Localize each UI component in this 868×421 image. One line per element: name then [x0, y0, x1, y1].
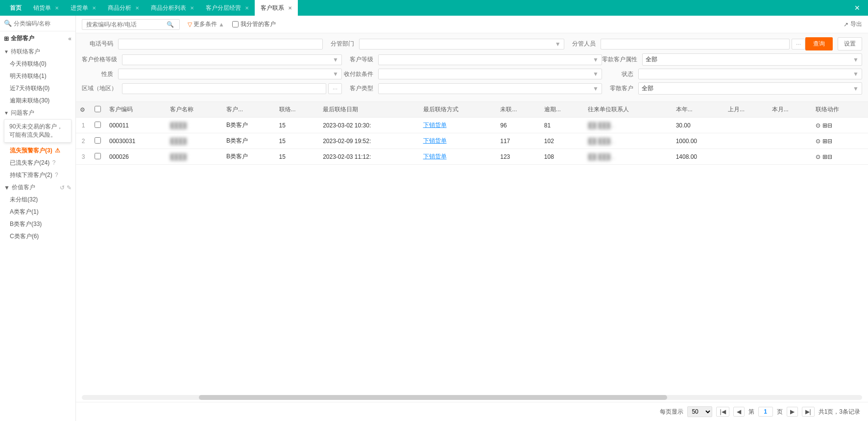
warning-icon: ⚠: [55, 147, 60, 154]
row-last-contact-way-link[interactable]: 下销货单: [423, 122, 447, 128]
refresh-icon[interactable]: ↺: [60, 184, 65, 191]
select-all-checkbox[interactable]: [95, 106, 101, 112]
row-name: ████: [166, 149, 222, 165]
sidebar-item-overdue[interactable]: 逾期未联络(30): [0, 95, 75, 107]
sidebar-item-churned[interactable]: 已流失客户(24) ?: [0, 157, 75, 169]
filter-icon: ▽: [188, 21, 192, 28]
row-checkbox[interactable]: [91, 149, 105, 165]
info-icon2: ?: [55, 172, 58, 178]
row-last-month: [724, 133, 768, 149]
row-last-contact-way[interactable]: 下销货单: [419, 118, 497, 133]
row-this-year: 30.00: [672, 118, 724, 133]
th-this-month: 本月...: [768, 102, 812, 118]
close-purchase-icon[interactable]: ✕: [92, 5, 96, 11]
sidebar-item-tomorrow[interactable]: 明天待联络(1): [0, 70, 75, 82]
tab-goods-analysis-list[interactable]: 商品分析列表 ✕: [145, 0, 200, 16]
phone-input[interactable]: [118, 39, 323, 50]
row-last-contact-way[interactable]: 下销货单: [419, 149, 497, 165]
problem-customers-section[interactable]: ▼ 问题客户: [0, 107, 75, 119]
setting-button[interactable]: 设置: [838, 37, 862, 50]
export-btn[interactable]: ↗ 导出: [844, 20, 862, 28]
manager-dots-btn[interactable]: ···: [792, 39, 805, 50]
page-number-input[interactable]: [758, 407, 773, 417]
close-customer-tier-icon[interactable]: ✕: [245, 5, 249, 11]
row-last-contact-way[interactable]: 下销货单: [419, 133, 497, 149]
row-checkbox-input[interactable]: [95, 137, 101, 144]
row-type: B类客户: [222, 149, 275, 165]
grid-icon: ⊞: [4, 35, 9, 42]
tab-sales[interactable]: 销货单 ✕: [27, 0, 65, 16]
sidebar-item-class-c[interactable]: C类客户(6): [0, 230, 75, 243]
filter-row-3: 性质 ▼ 收付款条件 ▼ 状态: [82, 69, 862, 79]
row-checkbox-input[interactable]: [95, 153, 101, 159]
table-body: 1000011████B类客户152023-03-02 10:30:下销货单96…: [76, 118, 868, 165]
zero-customer-select[interactable]: 全部 ▼: [638, 82, 862, 95]
tab-goods-analysis[interactable]: 商品分析 ✕: [102, 0, 145, 16]
filter-search-icon[interactable]: 🔍: [167, 21, 174, 28]
field-zero-customer: 零散客户 全部 ▼: [602, 82, 862, 95]
row-action[interactable]: ⊙ ⊞⊟: [812, 133, 868, 149]
sidebar-item-class-a[interactable]: A类客户(1): [0, 206, 75, 218]
close-goods-analysis-list-icon[interactable]: ✕: [190, 5, 194, 11]
per-page-select[interactable]: 50 100: [687, 406, 712, 417]
edit-icon[interactable]: ✎: [67, 184, 72, 191]
horizontal-scrollbar[interactable]: [82, 395, 862, 400]
tab-customer-contact[interactable]: 客户联系 ✕: [255, 0, 298, 16]
table-area: ⚙ 客户编码 客户名称 客户...: [76, 102, 868, 393]
nature-select[interactable]: ▼: [118, 69, 342, 79]
pending-contact-section[interactable]: ▼ 待联络客户: [0, 46, 75, 58]
value-customers-section[interactable]: ▼ 价值客户 ↺ ✎: [0, 181, 75, 194]
sidebar: 🔍 ⊞ 全部客户 « ▼ 待联络客户 今天待联络(0) 明天待联络(1) 近7天…: [0, 16, 76, 421]
next-page-btn[interactable]: ▶: [787, 407, 798, 417]
status-select[interactable]: ▼: [638, 69, 862, 79]
prev-page-btn[interactable]: ◀: [733, 407, 745, 417]
th-settings[interactable]: ⚙: [76, 102, 91, 118]
tab-home[interactable]: 首页: [4, 0, 27, 16]
close-goods-analysis-icon[interactable]: ✕: [135, 5, 139, 11]
row-last-contact-way-link[interactable]: 下销货单: [423, 153, 447, 160]
tab-customer-tier[interactable]: 客户分层经营 ✕: [200, 0, 255, 16]
row-checkbox[interactable]: [91, 133, 105, 149]
zero-attr-arrow-icon: ▼: [853, 56, 859, 63]
row-checkbox-input[interactable]: [95, 122, 101, 128]
query-button[interactable]: 查询: [805, 37, 833, 50]
close-sales-icon[interactable]: ✕: [55, 5, 59, 11]
close-customer-contact-icon[interactable]: ✕: [288, 5, 292, 11]
more-conditions-btn[interactable]: ▽ 更多条件 ▲: [184, 19, 228, 30]
row-last-contact-way-link[interactable]: 下销货单: [423, 137, 447, 144]
customer-level-select[interactable]: ▼: [378, 54, 602, 65]
row-action[interactable]: ⊙ ⊞⊟: [812, 118, 868, 133]
close-app-icon[interactable]: ✕: [850, 4, 864, 12]
sidebar-item-declining[interactable]: 持续下滑客户(2) ?: [0, 169, 75, 181]
row-code: 00030031: [105, 133, 166, 149]
tab-purchase[interactable]: 进货单 ✕: [65, 0, 102, 16]
row-action[interactable]: ⊙ ⊞⊟: [812, 149, 868, 165]
field-payment: 收付款条件 ▼: [342, 69, 602, 79]
row-code: 000026: [105, 149, 166, 165]
row-checkbox[interactable]: [91, 118, 105, 133]
scrollbar-thumb[interactable]: [199, 395, 667, 400]
sidebar-item-class-b[interactable]: B类客户(33): [0, 218, 75, 230]
last-page-btn[interactable]: ▶|: [802, 407, 815, 417]
zero-customer-arrow-icon: ▼: [853, 85, 859, 92]
region-input[interactable]: [122, 83, 326, 94]
customer-type-select[interactable]: ▼: [378, 83, 602, 94]
dept-arrow-icon: ▼: [555, 41, 561, 48]
payment-select[interactable]: ▼: [378, 69, 602, 79]
zero-attr-select[interactable]: 全部 ▼: [642, 53, 862, 66]
my-customers-checkbox[interactable]: [232, 21, 239, 27]
sidebar-item-unclassified[interactable]: 未分组(32): [0, 194, 75, 206]
tooltip-warning: 90天未交易的客户，可能有流失风险。: [4, 119, 72, 143]
region-dots-btn[interactable]: ···: [328, 83, 342, 94]
price-level-select[interactable]: ▼: [122, 54, 342, 65]
sidebar-item-today[interactable]: 今天待联络(0): [0, 58, 75, 70]
dept-select[interactable]: ▼: [359, 39, 564, 50]
export-icon: ↗: [844, 21, 848, 28]
manager-input[interactable]: [601, 39, 790, 50]
first-page-btn[interactable]: |◀: [716, 407, 729, 417]
sidebar-item-7days[interactable]: 近7天待联络(0): [0, 82, 75, 95]
filter-search-input[interactable]: [86, 21, 165, 28]
sidebar-item-churn-warning[interactable]: 流失预警客户(3) ⚠: [0, 145, 75, 157]
sidebar-search-input[interactable]: [14, 20, 76, 27]
all-customers-header[interactable]: ⊞ 全部客户 «: [0, 31, 75, 46]
